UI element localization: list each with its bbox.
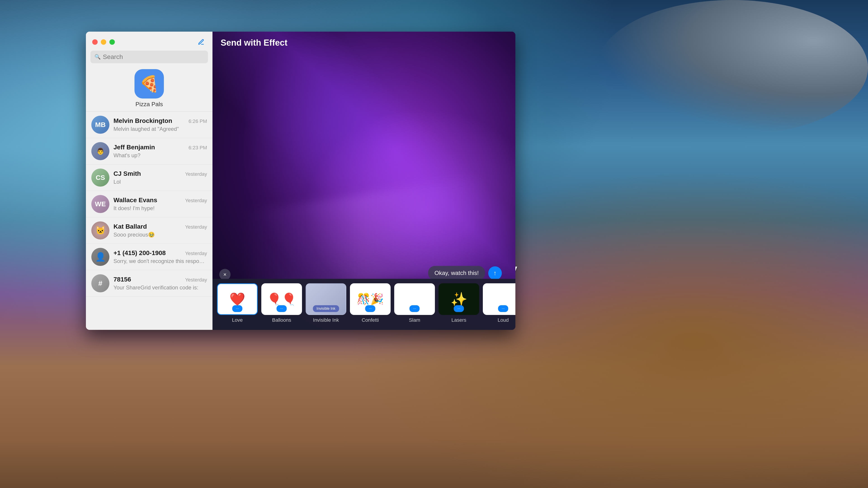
pinned-emoji: 🍕 xyxy=(140,74,159,93)
messages-sidebar: 🔍 🍕 Pizza Pals MB Melvin Brockingt xyxy=(86,32,213,330)
conversation-list: MB Melvin Brockington 6:26 PM Melvin lau… xyxy=(86,111,213,330)
send-button[interactable]: ↑ xyxy=(488,266,502,280)
conversation-preview-melvin: Melvin laughed at "Agreed" xyxy=(114,126,207,132)
effect-item-balloons[interactable]: 🎈🎈 ··· Balloons xyxy=(261,283,302,323)
conversation-content-wallace: Wallace Evans Yesterday It does! I'm hyp… xyxy=(114,197,207,212)
effect-thumbnail-confetti: 🎊🎉 ··· xyxy=(350,283,391,315)
effect-thumbnail-love: ❤️ ··· xyxy=(217,283,258,315)
effect-thumbnail-lasers: ✨ ··· xyxy=(438,283,479,315)
conversation-preview-num: Your ShareGrid verification code is: xyxy=(114,285,207,291)
conversation-time-phone: Yesterday xyxy=(185,251,207,256)
conversation-preview-phone: Sorry, we don't recognize this response.… xyxy=(114,258,207,264)
watch-button[interactable]: Okay, watch this! xyxy=(428,266,485,280)
effect-item-love[interactable]: ❤️ ··· Love xyxy=(217,283,258,323)
effect-message-bubble-slam: ··· xyxy=(409,305,420,312)
effect-message-bubble-lasers: ··· xyxy=(454,305,464,312)
conversation-time-melvin: 6:26 PM xyxy=(188,119,207,124)
conversation-header-cj: CJ Smith Yesterday xyxy=(114,170,207,177)
compose-button[interactable] xyxy=(196,37,206,47)
effect-thumbnail-slam: ··· xyxy=(394,283,435,315)
conversation-preview-cj: Lol xyxy=(114,179,207,185)
conversation-name-cj: CJ Smith xyxy=(114,170,141,177)
conversation-header-wallace: Wallace Evans Yesterday xyxy=(114,197,207,204)
conversation-preview-jeff: What's up? xyxy=(114,152,207,159)
pinned-contact-pizza-pals[interactable]: 🍕 Pizza Pals xyxy=(134,69,164,108)
effect-label-love: Love xyxy=(232,317,243,323)
effect-label-loud: Loud xyxy=(498,317,509,323)
conversation-item-wallace[interactable]: WE Wallace Evans Yesterday It does! I'm … xyxy=(86,191,213,217)
effect-message-bubble-confetti: ··· xyxy=(365,305,375,312)
messages-window: 🔍 🍕 Pizza Pals MB Melvin Brockingt xyxy=(86,32,515,330)
conversation-name-jeff: Jeff Benjamin xyxy=(114,144,155,151)
effect-item-loud[interactable]: ··· Loud xyxy=(483,283,515,323)
conversation-time-jeff: 6:23 PM xyxy=(188,145,207,151)
search-input[interactable] xyxy=(103,53,204,61)
sidebar-titlebar xyxy=(86,32,213,51)
close-icon: × xyxy=(223,271,226,278)
effect-panel: Send with Effect × Okay, watch this! ↑ ❤… xyxy=(213,32,515,330)
conversation-item-melvin[interactable]: MB Melvin Brockington 6:26 PM Melvin lau… xyxy=(86,111,213,138)
conversation-name-phone: +1 (415) 200-1908 xyxy=(114,250,166,257)
effect-message-bubble-balloons: ··· xyxy=(276,305,287,312)
effect-panel-title: Send with Effect xyxy=(221,38,287,47)
minimize-button[interactable] xyxy=(101,39,106,45)
effect-close-button[interactable]: × xyxy=(219,269,230,280)
effect-thumbnail-balloons: 🎈🎈 ··· xyxy=(261,283,302,315)
conversation-item-cj[interactable]: CS CJ Smith Yesterday Lol xyxy=(86,164,213,191)
effect-label-balloons: Balloons xyxy=(272,317,291,323)
search-bar[interactable]: 🔍 xyxy=(90,51,208,63)
avatar-kat: 🐱 xyxy=(91,221,110,239)
conversation-content-cj: CJ Smith Yesterday Lol xyxy=(114,170,207,185)
effect-label-invisible-ink: Invisible Ink xyxy=(313,317,339,323)
conversation-time-kat: Yesterday xyxy=(185,224,207,230)
pinned-avatar: 🍕 xyxy=(134,69,164,98)
conversation-item-phone[interactable]: 👤 +1 (415) 200-1908 Yesterday Sorry, we … xyxy=(86,244,213,270)
avatar-initials-cj: CS xyxy=(96,174,105,182)
close-button[interactable] xyxy=(92,39,98,45)
pinned-section: 🍕 Pizza Pals xyxy=(86,67,213,111)
effect-message-bubble-love: ··· xyxy=(232,305,242,312)
effect-label-slam: Slam xyxy=(409,317,420,323)
conversation-name-melvin: Melvin Brockington xyxy=(114,117,172,125)
effect-item-invisible-ink[interactable]: Invisible Ink Invisible Ink xyxy=(306,283,346,323)
conversation-header-phone: +1 (415) 200-1908 Yesterday xyxy=(114,250,207,257)
effect-thumbnail-loud: ··· xyxy=(483,283,515,315)
effect-item-slam[interactable]: ··· Slam xyxy=(394,283,435,323)
conversation-name-wallace: Wallace Evans xyxy=(114,197,157,204)
conversation-header-num: 78156 Yesterday xyxy=(114,276,207,283)
conversation-name-kat: Kat Ballard xyxy=(114,223,147,230)
send-icon: ↑ xyxy=(493,269,497,277)
conversation-preview-kat: Sooo precious🥹 xyxy=(114,232,207,238)
conversation-content-num: 78156 Yesterday Your ShareGrid verificat… xyxy=(114,276,207,291)
effect-thumbnail-invisible-ink: Invisible Ink xyxy=(306,283,346,315)
avatar-melvin: MB xyxy=(91,116,110,134)
effect-label-confetti: Confetti xyxy=(362,317,379,323)
effect-picker: ❤️ ··· Love 🎈🎈 ··· Balloons Invisible In… xyxy=(213,279,515,330)
conversation-item-num[interactable]: # 78156 Yesterday Your ShareGrid verific… xyxy=(86,270,213,297)
avatar-num: # xyxy=(91,274,110,292)
watch-button-area: Okay, watch this! ↑ xyxy=(428,266,502,280)
avatar-wallace: WE xyxy=(91,195,110,213)
effect-titlebar: Send with Effect xyxy=(213,32,515,54)
effect-message-bubble-loud: ··· xyxy=(498,305,508,312)
conversation-item-kat[interactable]: 🐱 Kat Ballard Yesterday Sooo precious🥹 xyxy=(86,217,213,244)
avatar-initials: MB xyxy=(95,121,106,129)
conversation-name-num: 78156 xyxy=(114,276,131,283)
conversation-time-cj: Yesterday xyxy=(185,171,207,177)
effect-item-confetti[interactable]: 🎊🎉 ··· Confetti xyxy=(350,283,391,323)
confetti-icon: 🎊🎉 xyxy=(357,293,384,305)
conversation-item-jeff[interactable]: 👨 Jeff Benjamin 6:23 PM What's up? xyxy=(86,138,213,164)
conversation-time-num: Yesterday xyxy=(185,277,207,283)
effect-item-lasers[interactable]: ✨ ··· Lasers xyxy=(438,283,479,323)
effect-message-bubble-invisible: Invisible Ink xyxy=(313,305,339,312)
conversation-header-kat: Kat Ballard Yesterday xyxy=(114,223,207,230)
conversation-content-kat: Kat Ballard Yesterday Sooo precious🥹 xyxy=(114,223,207,238)
conversation-content-melvin: Melvin Brockington 6:26 PM Melvin laughe… xyxy=(114,117,207,132)
avatar-photo-jeff: 👨 xyxy=(96,148,104,155)
window-controls xyxy=(92,39,115,45)
avatar-initials-wallace: WE xyxy=(95,200,106,208)
effect-label-lasers: Lasers xyxy=(452,317,466,323)
conversation-content-phone: +1 (415) 200-1908 Yesterday Sorry, we do… xyxy=(114,250,207,264)
maximize-button[interactable] xyxy=(110,39,115,45)
avatar-cj: CS xyxy=(91,168,110,187)
